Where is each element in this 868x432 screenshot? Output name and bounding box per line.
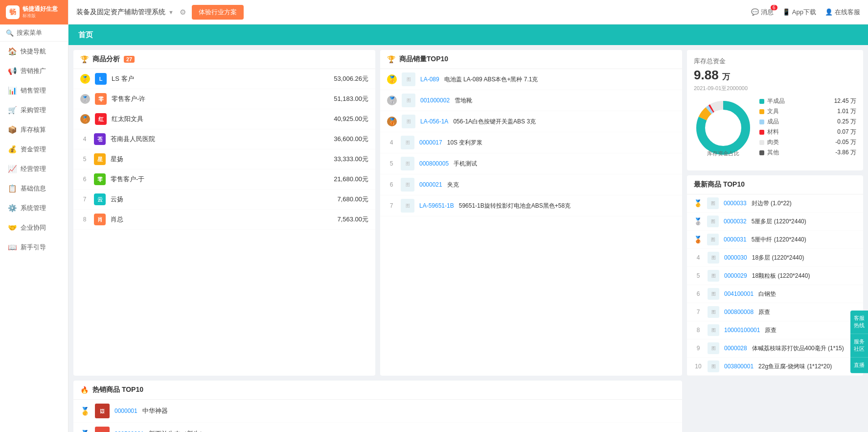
float-btn-2[interactable]: 直播 <box>850 358 868 373</box>
trophy-icon: 🏆 <box>80 55 89 63</box>
message-btn[interactable]: 💬 消息 6 <box>751 8 774 17</box>
sidebar-item-inventory[interactable]: 📦 库存核算 <box>0 120 68 140</box>
rank-badge: 🥇 <box>694 199 702 207</box>
sidebar-nav: 🏠 快捷导航 📢 营销推广 📊 销售管理 🛒 采购管理 📦 库存核算 💰 资金管… <box>0 42 68 432</box>
rank-number: 9 <box>694 345 703 352</box>
product-code: LA-056-1A <box>420 118 448 125</box>
customer-name: 云扬 <box>111 195 332 204</box>
product-name: 雪地靴 <box>455 96 675 105</box>
product-name: 59651-1B旋转投影灯电池盒ABS黑色+58克 <box>459 202 675 210</box>
nav-icon-3: 🛒 <box>8 106 17 115</box>
np-code: 10000100001 <box>724 327 760 334</box>
customer-avatar: 零 <box>94 173 106 185</box>
search-menu[interactable]: 🔍 搜索菜单 <box>0 24 68 42</box>
rank-number: 4 <box>694 254 703 261</box>
product-sales-title: 商品销量TOP10 <box>399 55 448 64</box>
product-sales-item: 🥉 图 LA-056-1A 056-1A白色按键开关盖ABS 3克 <box>380 111 682 132</box>
customer-name: 星扬 <box>111 155 329 164</box>
customer-avatar: 零 <box>95 93 107 105</box>
np-name: 原查 <box>758 308 856 316</box>
legend-name: 成品 <box>767 118 834 126</box>
settings-icon[interactable]: ⚙ <box>180 8 186 17</box>
service-icon: 👤 <box>825 8 833 16</box>
sidebar-item-sales[interactable]: 📊 销售管理 <box>0 81 68 100</box>
sidebar-item-finance[interactable]: 💰 资金管理 <box>0 140 68 159</box>
rank-badge: 🥈 <box>80 94 90 104</box>
nav-icon-10: 📖 <box>8 243 17 252</box>
product-sales-item: 🥈 图 001000002 雪地靴 <box>380 90 682 111</box>
customer-list-item: 🥈 零 零售客户-许 51,183.00元 <box>73 89 375 109</box>
customer-amount: 40,925.00元 <box>334 115 368 123</box>
rank-number: 5 <box>694 272 703 279</box>
sidebar-label-5: 资金管理 <box>21 145 46 154</box>
sidebar-item-marketing[interactable]: 📢 营销推广 <box>0 61 68 81</box>
customer-amount: 21,680.00元 <box>334 175 368 184</box>
rank-badge: 🥇 <box>387 74 397 84</box>
newest-product-item: 7 图 000800008 原查 <box>687 303 863 321</box>
sidebar-item-nav[interactable]: 🏠 快捷导航 <box>0 42 68 61</box>
rank-number: 5 <box>80 156 89 163</box>
rank-badge: 🥈 <box>387 96 397 105</box>
customer-avatar: 星 <box>94 153 106 165</box>
newest-product-item: 9 图 0000028 体喊荔枝味苏打饮品400毫升 (1*15) <box>687 339 863 358</box>
page-header: 首页 <box>69 24 868 45</box>
sidebar-item-guide[interactable]: 📖 新手引导 <box>0 238 68 257</box>
np-img: 图 <box>708 288 719 300</box>
product-img: 图 <box>402 115 415 128</box>
search-label: 搜索菜单 <box>17 28 42 37</box>
np-img: 图 <box>708 360 719 372</box>
logo-icon: 畅 <box>6 5 20 19</box>
newest-product-item: 🥇 图 0000033 封边带 (1.0*22) <box>687 194 863 213</box>
rank-number: 8 <box>694 327 703 334</box>
nav-icon-8: ⚙️ <box>8 204 17 213</box>
sidebar-label-2: 销售管理 <box>21 86 46 95</box>
rank-number: 6 <box>80 176 89 183</box>
product-code: LA-089 <box>420 76 439 83</box>
customer-avatar: 苍 <box>94 133 106 145</box>
inventory-amount: 9.88 <box>694 68 719 82</box>
product-sales-card: 🏆 商品销量TOP10 🥇 图 LA-089 电池盖 LA-089 ABS本色+… <box>380 50 682 376</box>
trial-button[interactable]: 体验行业方案 <box>192 5 244 20</box>
product-sales-header: 🏆 商品销量TOP10 <box>380 50 682 69</box>
donut-label: 库存资金占比 <box>694 150 753 157</box>
rank-number: 4 <box>80 136 89 143</box>
legend-item: 成品 0.25 万 <box>759 118 856 126</box>
sidebar-item-purchase[interactable]: 🛒 采购管理 <box>0 100 68 120</box>
product-sales-item: 7 图 LA-59651-1B 59651-1B旋转投影灯电池盒ABS黑色+58… <box>380 195 682 216</box>
customer-avatar: 红 <box>95 113 107 125</box>
inventory-unit: 万 <box>722 72 730 81</box>
legend-color <box>759 130 764 135</box>
sidebar-label-4: 库存核算 <box>21 125 46 134</box>
rank-number: 6 <box>694 290 703 297</box>
mobile-icon: 📱 <box>782 8 790 16</box>
legend-value: 12.45 万 <box>834 97 856 105</box>
page-content: 首页 🏆 商品分析 27 🥇 L LS 客户 53,006.26元 🥈 零 零售… <box>69 24 868 432</box>
sidebar-item-operation[interactable]: 📈 经营管理 <box>0 159 68 179</box>
hot-product-item: 🥇 🖼 0000001 中华神器 <box>73 400 682 423</box>
sidebar-logo: 畅 畅捷通好生意 标准版 <box>0 0 68 24</box>
product-sales-item: 5 图 000800005 手机测试 <box>380 153 682 174</box>
legend-color <box>759 140 764 145</box>
sidebar-item-system[interactable]: ⚙️ 系统管理 <box>0 198 68 218</box>
legend-value: 1.01 万 <box>837 107 856 116</box>
app-download-btn[interactable]: 📱 App下载 <box>782 8 816 17</box>
newest-product-item: 6 图 004100001 白钢垫 <box>687 285 863 303</box>
online-service-btn[interactable]: 👤 在线客服 <box>825 8 860 17</box>
inventory-subtitle: 2021-09-01至2000000 <box>694 85 856 92</box>
system-title: 装备及固定资产辅助管理系统 <box>76 8 165 17</box>
np-name: 22g鱼豆腐-烧烤味 (1*12*20) <box>758 362 856 371</box>
float-btn-0[interactable]: 客服 热线 <box>850 311 868 334</box>
newest-product-item: 10 图 003800001 22g鱼豆腐-烧烤味 (1*12*20) <box>687 358 863 376</box>
dropdown-icon[interactable]: ▼ <box>168 9 174 15</box>
product-sales-item: 4 图 0000017 10S 变利罗浆 <box>380 132 682 153</box>
newest-product-item: 🥈 图 0000032 5厘多层 (1220*2440) <box>687 213 863 231</box>
rank-badge: 🥉 <box>694 236 702 243</box>
product-name: 手机测试 <box>454 160 675 168</box>
sidebar-item-collab[interactable]: 🤝 企业协同 <box>0 218 68 238</box>
nav-icon-1: 📢 <box>8 67 17 75</box>
customer-card-badge: 27 <box>124 56 135 63</box>
message-icon: 💬 <box>751 8 759 16</box>
float-btn-1[interactable]: 服务 社区 <box>850 334 868 358</box>
sidebar-item-basic[interactable]: 📋 基础信息 <box>0 179 68 198</box>
sidebar-label-8: 系统管理 <box>21 204 46 213</box>
